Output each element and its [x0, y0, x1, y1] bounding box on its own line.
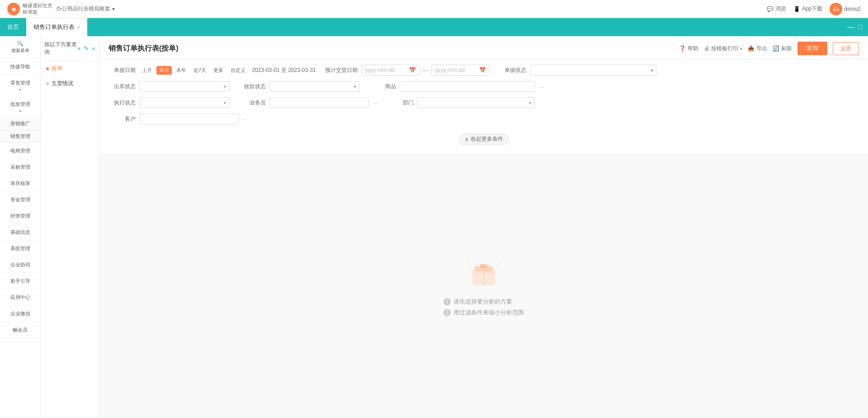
sidebar-item-wholesale[interactable]: 批发管理 ▲ — [0, 96, 40, 118]
dept-select-wrapper — [417, 97, 535, 108]
logo-text: 畅捷通好生意 标准版 — [23, 3, 52, 14]
add-scheme-button[interactable]: + — [77, 45, 81, 52]
main-content: 销售订单执行表(按单) ❓ 帮助 🖨 按模板打印 ▾ 📤 导出 — [99, 36, 868, 418]
forecast-date-from[interactable]: yyyy-mm-dd 📅 — [361, 65, 420, 76]
date-range-separator: — — [423, 67, 429, 74]
sidebar-item-enterprise-wechat[interactable]: 企业微信 — [0, 306, 40, 322]
marketing-label: 营销推广 — [10, 120, 30, 127]
scheme-by-order[interactable]: 按单 — [41, 61, 99, 76]
tab-active[interactable]: 销售订单执行表 × — [26, 18, 87, 36]
message-button[interactable]: 💬 消息 — [767, 5, 786, 13]
sidebar-item-system[interactable]: 系统管理 — [0, 241, 40, 257]
export-button[interactable]: 📤 导出 — [748, 45, 767, 52]
sidebar-item-finance[interactable]: 资金管理 — [0, 192, 40, 208]
operations-label: 经营管理 — [10, 213, 30, 219]
sidebar-item-sales[interactable]: 销售管理 — [0, 130, 40, 143]
export-icon: 📤 — [748, 45, 755, 52]
sidebar-item-procurement[interactable]: 采购管理 — [0, 159, 40, 176]
sidebar-item-marketing[interactable]: 营销推广 — [0, 118, 40, 130]
dept-select[interactable] — [417, 97, 535, 108]
date-range-display: 2023-03-01 至 2023-03-31 — [252, 66, 316, 74]
empty-tip-1: 1 请先选择要分析的方案 — [443, 298, 524, 306]
customer-input[interactable] — [139, 114, 239, 124]
tab-maximize-icon[interactable]: □ — [858, 23, 863, 31]
app-download-button[interactable]: 📱 App下载 — [793, 5, 822, 13]
delivery-status-select[interactable] — [139, 81, 230, 92]
exec-status-select[interactable] — [139, 97, 230, 108]
calendar-from-icon: 📅 — [409, 67, 416, 73]
sidebar-item-onboarding[interactable]: 新手引导 — [0, 273, 40, 290]
refresh-button[interactable]: 🔄 刷新 — [773, 45, 792, 52]
sidebar-item-enterprise-collab[interactable]: 企业协同 — [0, 257, 40, 273]
svg-line-8 — [497, 263, 500, 265]
svg-text:畅: 畅 — [12, 7, 16, 12]
salesperson-picker-icon[interactable]: ··· — [373, 100, 377, 106]
collapse-panel-button[interactable]: « — [92, 45, 95, 52]
sidebar-item-basics[interactable]: 基础信息 — [0, 224, 40, 241]
logo-icon: 畅 — [7, 3, 20, 15]
enterprise-collab-label: 企业协同 — [10, 261, 30, 268]
tab-minimize-icon[interactable]: — — [847, 23, 854, 31]
date-more-btn[interactable]: 更多 — [211, 66, 226, 75]
edit-scheme-button[interactable]: ✎ — [84, 45, 89, 52]
delivery-status-select-wrapper — [139, 81, 230, 92]
scheme-backorder[interactable]: 欠货情况 — [41, 76, 99, 91]
sidebar-item-app-center[interactable]: 应用中心 — [0, 290, 40, 306]
dropdown-arrow-icon[interactable]: ▾ — [112, 6, 115, 12]
date-current-year-btn[interactable]: 本年 — [174, 66, 189, 75]
product-label: 商品 — [369, 83, 396, 90]
tab-home[interactable]: 首页 — [0, 18, 26, 36]
sidebar-item-inventory[interactable]: 库存核算 — [0, 176, 40, 192]
forecast-date-to[interactable]: yyyy-mm-dd 📅 — [431, 65, 490, 76]
date-custom-btn[interactable]: 自定义 — [228, 66, 248, 75]
product-picker-icon[interactable]: ··· — [539, 83, 544, 90]
salesperson-input[interactable] — [269, 97, 369, 108]
salesperson-label: 业务员 — [239, 99, 266, 107]
download-label: App下载 — [802, 5, 822, 13]
product-input[interactable] — [400, 81, 535, 92]
sidebar-quick-nav[interactable]: 快捷导航 — [0, 59, 40, 75]
settings-button[interactable]: 设置 — [833, 42, 859, 55]
help-button[interactable]: ❓ 帮助 — [679, 45, 698, 52]
sidebar-search[interactable]: 🔍 搜索菜单 — [0, 36, 40, 59]
home-tab-label: 首页 — [7, 23, 19, 31]
sidebar-item-ecommerce[interactable]: 电商管理 — [0, 143, 40, 159]
inactive-dot-icon — [46, 82, 49, 85]
user-menu[interactable]: Ea demo2 — [830, 3, 861, 15]
sidebar-item-member[interactable]: 畅会员 — [0, 322, 40, 338]
page-title: 销售订单执行表(按单) — [108, 44, 179, 53]
empty-state-icon — [466, 256, 502, 292]
refresh-icon: 🔄 — [773, 45, 779, 52]
main-layout: 🔍 搜索菜单 快捷导航 零售管理 ▲ 批发管理 ▲ 营销推广 销售管理 电商管理… — [0, 36, 868, 418]
topbar-left: 畅 畅捷通好生意 标准版 办公用品行业模拟账套 ▾ — [7, 3, 115, 15]
forecast-date-label: 预计交货日期 — [325, 66, 358, 74]
status-filter-label: 单据状态 — [499, 66, 526, 74]
enterprise-wechat-label: 企业微信 — [10, 310, 30, 317]
tab-close-icon[interactable]: × — [77, 25, 80, 30]
search-button[interactable]: 查询 — [797, 42, 827, 55]
download-icon: 📱 — [793, 6, 800, 12]
topbar: 畅 畅捷通好生意 标准版 办公用品行业模拟账套 ▾ 💬 消息 📱 App下载 E… — [0, 0, 868, 18]
status-select[interactable] — [530, 65, 656, 76]
sidebar-item-retail[interactable]: 零售管理 ▲ — [0, 75, 40, 96]
date-current-month-btn[interactable]: 本月 — [156, 66, 172, 75]
collection-status-select[interactable] — [269, 81, 360, 92]
tip-number-1: 1 — [443, 298, 451, 305]
collapse-arrow-icon: ∧ — [465, 136, 469, 142]
print-button[interactable]: 🖨 按模板打印 ▾ — [704, 45, 742, 52]
salesperson-filter-group: 业务员 ··· — [239, 97, 377, 108]
left-panel-title: 按以下方案查询 — [44, 41, 77, 56]
customer-picker-icon[interactable]: ··· — [242, 116, 247, 123]
content-area: 按以下方案查询 + ✎ « 按单 欠货情况 销售订单执行表(按单) — [41, 36, 868, 418]
collapse-filters-button[interactable]: ∧ 收起更多条件 — [459, 133, 509, 145]
empty-state: 1 请先选择要分析的方案 2 用过滤条件来缩小分析范围 — [443, 256, 524, 317]
sidebar-item-operations[interactable]: 经营管理 — [0, 208, 40, 224]
inventory-label: 库存核算 — [10, 180, 30, 187]
date-7days-btn[interactable]: 近7天 — [191, 66, 209, 75]
date-prev-month-btn[interactable]: 上月 — [139, 66, 155, 75]
quick-nav-label: 快捷导航 — [10, 63, 30, 70]
onboarding-label: 新手引导 — [10, 278, 30, 285]
logo-line1: 畅捷通好生意 — [23, 3, 52, 9]
product-filter-group: 商品 ··· — [369, 81, 544, 92]
tip-number-2: 2 — [443, 309, 451, 316]
